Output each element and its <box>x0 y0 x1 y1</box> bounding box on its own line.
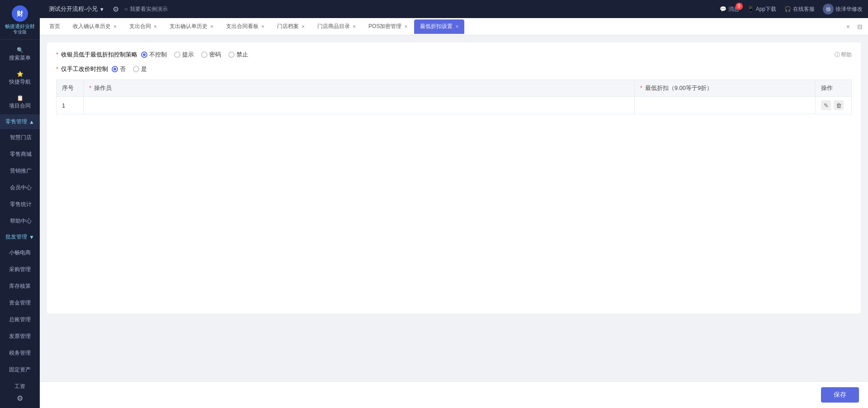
tab-expense-board[interactable]: 支出合同看板 × <box>220 19 270 34</box>
save-button[interactable]: 保存 <box>821 387 859 403</box>
tab-bar: 首页 收入确认单历史 × 支出合同 × 支出确认单历史 × 支出合同看板 × 门… <box>40 18 868 35</box>
sidebar-item-ecommerce[interactable]: 小畅电商 <box>0 244 40 261</box>
radio-no[interactable]: 否 <box>112 65 126 73</box>
star-icon: ⭐ <box>17 71 24 77</box>
td-operator[interactable] <box>84 97 635 114</box>
tab-store-catalog[interactable]: 门店商品目录 × <box>311 19 362 34</box>
th-operator: * 操作员 <box>84 80 635 97</box>
required-mark-strategy: * <box>56 51 58 58</box>
discount-table: 序号 * 操作员 * 最低折扣（9.00等于9折） 操作 <box>56 80 852 114</box>
tab-expense-contract[interactable]: 支出合同 × <box>123 19 163 34</box>
sidebar-item-retail[interactable]: 零售管理 ▲ <box>0 114 40 129</box>
app-logo-icon: 财 <box>11 5 29 23</box>
svg-text:财: 财 <box>16 10 24 17</box>
tab-min-discount[interactable]: 最低折扣设置 × <box>414 19 464 34</box>
sidebar-item-ledger[interactable]: 总账管理 <box>0 311 40 328</box>
main-area: 测试分开流程-小兄 ▾ ⚙ ○ 我要看实例演示 💬 消息 9 📱 App下载 🎧… <box>40 0 868 408</box>
manual-price-label: * 仅手工改价时控制 <box>56 65 108 73</box>
sidebar-item-wholesale[interactable]: 批发管理 ▼ <box>0 230 40 244</box>
radio-remind[interactable]: 提示 <box>174 51 194 59</box>
radio-no-circle[interactable] <box>112 66 118 72</box>
project-name: 测试分开流程-小兄 <box>49 5 98 13</box>
discount-input[interactable] <box>640 102 810 109</box>
tab-close-store-catalog[interactable]: × <box>353 23 356 30</box>
radio-yes-circle[interactable] <box>133 66 139 72</box>
settings-gear-icon[interactable]: ⚙ <box>17 394 23 403</box>
tab-close-store-files[interactable]: × <box>302 23 305 30</box>
sidebar-item-marketing[interactable]: 营销推广 <box>0 163 40 179</box>
user-name: 徐泽华修改 <box>835 5 863 13</box>
tab-close-all-button[interactable]: × <box>844 22 852 31</box>
tab-close-min-discount[interactable]: × <box>455 23 458 30</box>
radio-forbid[interactable]: 禁止 <box>228 51 248 59</box>
delete-icon[interactable]: 🗑 <box>834 100 844 110</box>
radio-password-circle[interactable] <box>201 52 208 58</box>
tab-close-expense-history[interactable]: × <box>210 23 213 30</box>
radio-forbid-circle[interactable] <box>228 52 235 58</box>
sidebar-item-capital[interactable]: 资金管理 <box>0 295 40 311</box>
tab-home[interactable]: 首页 <box>43 19 66 34</box>
required-mark-manual: * <box>56 66 58 72</box>
app-download-button[interactable]: 📱 App下载 <box>747 5 776 13</box>
help-link[interactable]: ⓘ 帮助 <box>835 51 852 59</box>
sidebar-item-tax[interactable]: 税务管理 <box>0 345 40 361</box>
tab-store-files[interactable]: 门店档案 × <box>271 19 311 34</box>
demo-circle-icon: ○ <box>124 6 127 12</box>
tab-menu-button[interactable]: ⊟ <box>855 22 864 31</box>
page-footer: 保存 <box>40 381 868 408</box>
radio-yes[interactable]: 是 <box>133 65 147 73</box>
tab-close-expense-contract[interactable]: × <box>154 23 157 30</box>
radio-remind-circle[interactable] <box>174 52 180 58</box>
sidebar-item-member[interactable]: 会员中心 <box>0 179 40 196</box>
operator-input[interactable] <box>89 102 629 109</box>
tab-expense-history[interactable]: 支出确认单历史 × <box>164 19 219 34</box>
chevron-down-icon-project: ▾ <box>100 6 104 13</box>
sidebar-nav: 🔍 搜索菜单 ⭐ 快捷导航 📋 项目合同 零售管理 ▲ 智慧门店 零售商城 营销… <box>0 40 40 389</box>
search-icon: 🔍 <box>17 47 24 53</box>
th-action: 操作 <box>816 80 852 97</box>
radio-no-control[interactable]: 不控制 <box>141 51 167 59</box>
sidebar-item-retail-stats[interactable]: 零售统计 <box>0 196 40 213</box>
chevron-down-icon: ▲ <box>29 119 34 125</box>
manual-price-radio-group: 否 是 <box>112 65 147 73</box>
tab-pos-security[interactable]: POS加密管理 × <box>363 19 413 34</box>
sidebar-item-purchase[interactable]: 采购管理 <box>0 261 40 278</box>
sidebar-item-contract[interactable]: 📋 项目合同 <box>0 90 40 114</box>
radio-password[interactable]: 密码 <box>201 51 221 59</box>
topbar-settings-icon[interactable]: ⚙ <box>113 5 119 14</box>
sidebar-item-help[interactable]: 帮助中心 <box>0 213 40 230</box>
sidebar: 财 畅捷通好业财 专业版 🔍 搜索菜单 ⭐ 快捷导航 📋 项目合同 零售管理 ▲… <box>0 0 40 408</box>
help-icon: ⓘ <box>835 51 840 59</box>
message-button[interactable]: 💬 消息 9 <box>720 5 739 13</box>
tab-close-pos-security[interactable]: × <box>404 23 407 30</box>
tab-close-expense-board[interactable]: × <box>261 23 264 30</box>
edit-icon[interactable]: ✎ <box>821 100 831 110</box>
message-icon: 💬 <box>720 6 726 12</box>
sidebar-item-smart-store[interactable]: 智慧门店 <box>0 129 40 146</box>
chevron-down-icon-wholesale: ▼ <box>29 234 34 240</box>
demo-link[interactable]: ○ 我要看实例演示 <box>124 5 167 13</box>
user-profile[interactable]: 徐 徐泽华修改 <box>823 4 863 14</box>
page-content: * 收银员低于最低折扣控制策略 不控制 提示 密码 <box>40 35 868 381</box>
sidebar-item-quicknav[interactable]: ⭐ 快捷导航 <box>0 66 40 90</box>
sidebar-item-fixed-assets[interactable]: 固定资产 <box>0 361 40 378</box>
sidebar-item-payroll[interactable]: 工资 <box>0 378 40 389</box>
td-seq: 1 <box>57 97 84 114</box>
tab-close-income-history[interactable]: × <box>113 23 117 30</box>
project-selector[interactable]: 测试分开流程-小兄 ▾ <box>45 3 107 15</box>
sidebar-item-search[interactable]: 🔍 搜索菜单 <box>0 42 40 66</box>
td-discount[interactable] <box>635 97 816 114</box>
th-discount: * 最低折扣（9.00等于9折） <box>635 80 816 97</box>
online-service-button[interactable]: 🎧 在线客服 <box>784 5 815 13</box>
message-badge: 9 <box>736 3 743 10</box>
sidebar-item-invoice[interactable]: 发票管理 <box>0 328 40 345</box>
sidebar-item-retail-mall[interactable]: 零售商城 <box>0 146 40 163</box>
th-seq: 序号 <box>57 80 84 97</box>
sidebar-item-inventory[interactable]: 库存核算 <box>0 278 40 295</box>
top-bar-actions: 💬 消息 9 📱 App下载 🎧 在线客服 徐 徐泽华修改 <box>720 4 863 14</box>
tab-income-history[interactable]: 收入确认单历史 × <box>67 19 123 34</box>
download-icon: 📱 <box>747 6 754 12</box>
contract-icon: 📋 <box>17 95 24 101</box>
control-strategy-radio-group: 不控制 提示 密码 禁止 <box>141 51 248 59</box>
radio-no-control-circle[interactable] <box>141 52 147 58</box>
